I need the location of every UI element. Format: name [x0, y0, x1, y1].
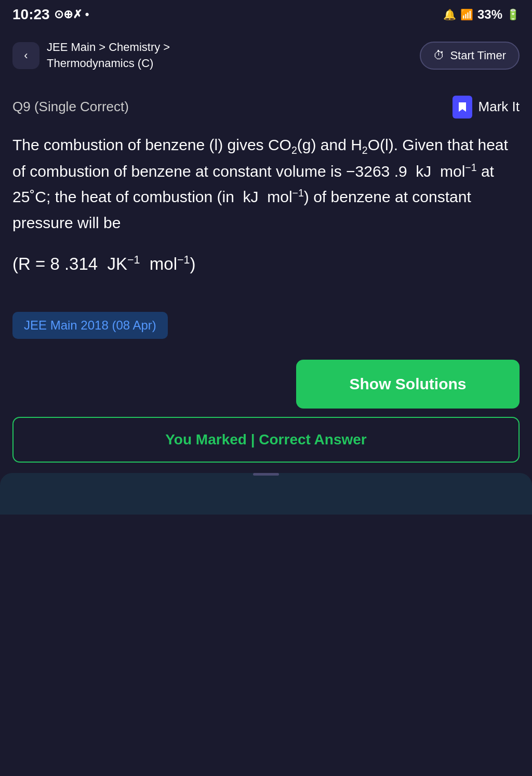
back-button[interactable]: ‹ [12, 42, 39, 69]
question-meta: Q9 (Single Correct) Mark It [0, 85, 532, 124]
question-content: The combustion of benzene (l) gives CO2(… [0, 124, 532, 299]
you-marked-button[interactable]: You Marked | Correct Answer [12, 417, 520, 463]
bookmark-icon [453, 96, 472, 119]
back-icon: ‹ [24, 49, 28, 62]
show-solutions-wrapper: Show Solutions [0, 354, 532, 417]
battery-percent: 33% [477, 7, 502, 22]
tag-badge: JEE Main 2018 (08 Apr) [0, 299, 532, 354]
mark-it-label: Mark It [478, 99, 520, 115]
show-solutions-button[interactable]: Show Solutions [296, 360, 520, 409]
status-right: 🔔 📶 33% 🔋 [443, 7, 520, 22]
status-icons: ⊙⊕✗ • [54, 8, 89, 21]
question-text: The combustion of benzene (l) gives CO2(… [12, 132, 520, 236]
question-label: Q9 (Single Correct) [12, 99, 129, 115]
bottom-sheet-peek [0, 473, 532, 515]
start-timer-button[interactable]: ⏱ Start Timer [420, 42, 520, 70]
mark-it-button[interactable]: Mark It [453, 96, 520, 119]
formula-block: (R = 8 .314 JK−1 mol−1) [12, 250, 520, 278]
status-time: 10:23 ⊙⊕✗ • [12, 6, 89, 23]
battery-icon: 🔋 [507, 8, 520, 21]
wifi-icon: 📶 [460, 8, 473, 21]
status-bar: 10:23 ⊙⊕✗ • 🔔 📶 33% 🔋 [0, 0, 532, 27]
timer-icon: ⏱ [433, 49, 445, 62]
breadcrumb: JEE Main > Chemistry > Thermodynamics (C… [47, 40, 170, 72]
nav-left: ‹ JEE Main > Chemistry > Thermodynamics … [12, 40, 170, 72]
start-timer-label: Start Timer [450, 49, 506, 62]
nav-bar: ‹ JEE Main > Chemistry > Thermodynamics … [0, 31, 532, 80]
alarm-icon: 🔔 [443, 8, 456, 21]
